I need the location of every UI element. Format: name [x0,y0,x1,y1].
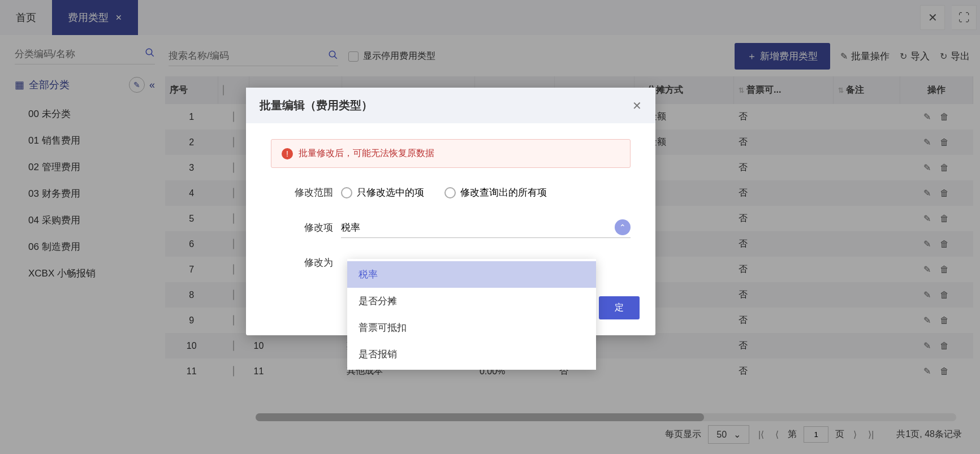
last-page-icon[interactable]: ⟩| [866,427,876,442]
edit-icon[interactable]: ✎ [923,214,931,223]
import-link[interactable]: ↻导入 [900,50,930,63]
tab-home[interactable]: 首页 [0,0,52,35]
top-right: ✕ ⛶ [920,0,980,35]
row-checkbox[interactable] [218,206,249,231]
edit-icon[interactable]: ✎ [923,137,931,147]
row-checkbox[interactable] [218,308,249,333]
edit-icon[interactable]: ✎ [923,290,931,300]
edit-icon[interactable]: ✎ [129,77,145,93]
edit-icon[interactable]: ✎ [923,315,931,325]
cell-ticket: 否 [734,104,834,129]
dropdown-item[interactable]: 是否分摊 [347,288,596,314]
edit-icon[interactable]: ✎ [923,163,931,172]
new-fee-type-button[interactable]: ＋ 新增费用类型 [735,43,830,70]
export-link[interactable]: ↻导出 [940,50,970,63]
dropdown-item[interactable]: 税率 [347,261,596,288]
batch-operation-link[interactable]: ✎批量操作 [840,50,890,63]
fullscreen-icon[interactable]: ⛶ [952,5,977,30]
row-checkbox[interactable] [218,104,249,129]
cell-ops: ✎🗑 [900,206,973,231]
close-icon[interactable]: ✕ [632,99,642,113]
sidebar-all-categories[interactable]: ▦ 全部分类 ✎ « [15,77,155,93]
svg-line-1 [151,54,154,57]
close-icon[interactable]: ✕ [115,13,122,22]
cell-ops: ✎🗑 [900,104,973,129]
field-label: 修改项 [271,221,333,234]
sidebar-item[interactable]: XCBX 小畅报销 [15,260,155,287]
close-workspace-icon[interactable]: ✕ [920,5,945,30]
row-checkbox[interactable] [218,257,249,282]
checkbox-icon [348,51,359,62]
edit-icon[interactable]: ✎ [923,366,931,376]
delete-icon[interactable]: 🗑 [940,366,949,376]
sidebar-search-input[interactable] [15,49,145,60]
delete-icon[interactable]: 🗑 [940,188,949,198]
collapse-icon[interactable]: « [149,79,155,91]
cell-ops: ✎🗑 [900,358,973,384]
search-icon[interactable] [328,50,338,62]
cell-remark [834,231,900,257]
delete-icon[interactable]: 🗑 [940,112,949,122]
delete-icon[interactable]: 🗑 [940,341,949,351]
sidebar-item[interactable]: 03 财务费用 [15,180,155,207]
tab-home-label: 首页 [16,11,36,24]
grid-icon: ▦ [15,79,24,91]
cell-ops: ✎🗑 [900,155,973,180]
edit-icon[interactable]: ✎ [923,112,931,122]
scope-option-all[interactable]: 修改查询出的所有项 [444,186,547,199]
delete-icon[interactable]: 🗑 [940,214,949,223]
col-ticket[interactable]: ⇅普票可... [734,76,834,104]
col-checkbox[interactable] [218,76,249,104]
dropdown-item[interactable]: 是否报销 [347,341,596,367]
sidebar-item[interactable]: 00 未分类 [15,101,155,127]
sidebar-item[interactable]: 06 制造费用 [15,234,155,260]
cell-ticket: 否 [734,180,834,206]
row-checkbox[interactable] [218,129,249,155]
svg-point-2 [329,51,335,57]
row-checkbox[interactable] [218,358,249,384]
cell-ticket: 否 [734,206,834,231]
delete-icon[interactable]: 🗑 [940,265,949,274]
edit-icon[interactable]: ✎ [923,239,931,249]
row-checkbox[interactable] [218,180,249,206]
delete-icon[interactable]: 🗑 [940,290,949,300]
search-icon[interactable] [145,47,155,60]
delete-icon[interactable]: 🗑 [940,137,949,147]
per-page-select[interactable]: 50⌄ [708,425,749,444]
col-remark[interactable]: ⇅备注 [834,76,900,104]
edit-icon[interactable]: ✎ [923,341,931,351]
field-select[interactable]: 税率 ⌃ [341,217,631,238]
row-checkbox[interactable] [218,155,249,180]
next-page-icon[interactable]: ⟩ [851,427,859,442]
cell-ops: ✎🗑 [900,231,973,257]
first-page-icon[interactable]: |⟨ [756,427,766,442]
cell-ops: ✎🗑 [900,333,973,358]
sidebar-item[interactable]: 01 销售费用 [15,127,155,154]
row-checkbox[interactable] [218,282,249,308]
sidebar-item[interactable]: 02 管理费用 [15,154,155,180]
prev-page-icon[interactable]: ⟨ [773,427,781,442]
row-checkbox[interactable] [218,333,249,358]
show-disabled-checkbox[interactable]: 显示停用费用类型 [348,50,435,62]
cell-remark [834,180,900,206]
confirm-button[interactable]: 定 [599,296,640,319]
show-disabled-label: 显示停用费用类型 [363,50,435,62]
delete-icon[interactable]: 🗑 [940,239,949,249]
sidebar-item[interactable]: 04 采购费用 [15,207,155,234]
edit-icon[interactable]: ✎ [923,188,931,198]
cell-ticket: 否 [734,333,834,358]
cell-ticket: 否 [734,231,834,257]
row-checkbox[interactable] [218,231,249,257]
cell-ops: ✎🗑 [900,129,973,155]
delete-icon[interactable]: 🗑 [940,163,949,172]
scope-option-selected[interactable]: 只修改选中的项 [341,186,424,199]
edit-icon[interactable]: ✎ [923,265,931,274]
search-input[interactable] [169,50,328,62]
dropdown-item[interactable]: 普票可抵扣 [347,314,596,341]
cell-remark [834,129,900,155]
delete-icon[interactable]: 🗑 [940,315,949,325]
tab-fee-type[interactable]: 费用类型 ✕ [52,0,138,35]
page-input[interactable] [804,426,828,443]
pagination: 每页显示 50⌄ |⟨ ⟨ 第 页 ⟩ ⟩| 共1页, 48条记录 [165,420,973,447]
chevron-up-icon: ⌃ [615,219,631,235]
